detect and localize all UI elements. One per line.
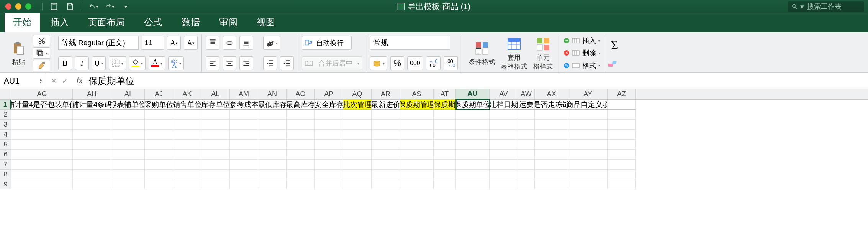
- cell-AP3[interactable]: [315, 120, 343, 130]
- column-header-AM[interactable]: AM: [230, 89, 258, 99]
- cell-AY8[interactable]: [568, 170, 608, 179]
- cell-AS9[interactable]: [400, 179, 434, 189]
- cell-AP9[interactable]: [315, 179, 343, 189]
- cell-AU2[interactable]: [456, 110, 490, 120]
- cell-AT7[interactable]: [434, 160, 456, 170]
- cancel-formula-icon[interactable]: ×: [51, 76, 56, 86]
- cell-AM9[interactable]: [230, 179, 258, 189]
- row-header-4[interactable]: 4: [0, 130, 11, 140]
- cell-AU6[interactable]: [456, 150, 490, 160]
- undo-icon[interactable]: ▾: [89, 2, 98, 11]
- close-window-button[interactable]: [5, 3, 11, 10]
- align-bottom-button[interactable]: [239, 36, 253, 50]
- cell-AK3[interactable]: [173, 120, 201, 130]
- cell-AT8[interactable]: [434, 170, 456, 179]
- cell-AM4[interactable]: [230, 130, 258, 140]
- merge-center-button[interactable]: 合并后居中: [302, 56, 362, 70]
- cell-AT4[interactable]: [434, 130, 456, 140]
- tab-页面布局[interactable]: 页面布局: [80, 12, 133, 32]
- cell-AS1[interactable]: 保质期管理: [400, 100, 434, 110]
- format-as-table-button[interactable]: 套用 表格格式: [498, 34, 530, 72]
- cell-AO6[interactable]: [287, 150, 315, 160]
- cell-AK6[interactable]: [173, 150, 201, 160]
- font-size-select[interactable]: [142, 36, 164, 50]
- cell-AW8[interactable]: [518, 170, 535, 179]
- cell-styles-button[interactable]: 单元 格样式: [530, 34, 556, 72]
- cell-AM3[interactable]: [230, 120, 258, 130]
- autosave-icon[interactable]: [49, 2, 59, 11]
- cell-AU3[interactable]: [456, 120, 490, 130]
- underline-button[interactable]: U: [92, 56, 106, 70]
- column-header-AK[interactable]: AK: [173, 89, 201, 99]
- tab-审阅[interactable]: 审阅: [211, 12, 246, 32]
- cell-AJ8[interactable]: [145, 170, 173, 179]
- cell-AW1[interactable]: 运费: [518, 100, 535, 110]
- column-header-AL[interactable]: AL: [201, 89, 230, 99]
- redo-icon[interactable]: ▾: [105, 2, 114, 11]
- cell-AN7[interactable]: [258, 160, 287, 170]
- column-header-AS[interactable]: AS: [400, 89, 434, 99]
- cell-AH8[interactable]: [73, 170, 111, 179]
- row-header-9[interactable]: 9: [0, 179, 11, 189]
- column-header-AH[interactable]: AH: [73, 89, 111, 99]
- cell-AG7[interactable]: [11, 160, 73, 170]
- align-right-button[interactable]: [239, 56, 253, 70]
- cell-AG9[interactable]: [11, 179, 73, 189]
- decrease-font-button[interactable]: A▾: [184, 36, 198, 50]
- cell-AV9[interactable]: [490, 179, 518, 189]
- cell-AO8[interactable]: [287, 170, 315, 179]
- format-painter-button[interactable]: [33, 60, 50, 71]
- cell-AQ9[interactable]: [343, 179, 372, 189]
- column-header-AU[interactable]: AU: [456, 89, 490, 100]
- cell-AY2[interactable]: [568, 110, 608, 120]
- column-header-AX[interactable]: AX: [535, 89, 568, 99]
- cell-AL5[interactable]: [201, 140, 230, 150]
- cell-AH5[interactable]: [73, 140, 111, 150]
- cell-AK7[interactable]: [173, 160, 201, 170]
- orientation-button[interactable]: ab: [263, 36, 280, 50]
- cell-AU4[interactable]: [456, 130, 490, 140]
- cell-AJ3[interactable]: [145, 120, 173, 130]
- cell-AI8[interactable]: [111, 170, 145, 179]
- cell-AU7[interactable]: [456, 160, 490, 170]
- cell-AI4[interactable]: [111, 130, 145, 140]
- cell-AP7[interactable]: [315, 160, 343, 170]
- cell-AG2[interactable]: [11, 110, 73, 120]
- cell-AV7[interactable]: [490, 160, 518, 170]
- cell-AI3[interactable]: [111, 120, 145, 130]
- column-header-AV[interactable]: AV: [490, 89, 518, 99]
- cell-AI9[interactable]: [111, 179, 145, 189]
- conditional-formatting-button[interactable]: 条件格式: [466, 38, 498, 68]
- cell-AI2[interactable]: [111, 110, 145, 120]
- clear-button[interactable]: [608, 59, 621, 68]
- increase-decimal-button[interactable]: ←.0.00: [426, 56, 441, 70]
- column-header-AN[interactable]: AN: [258, 89, 287, 99]
- cell-AH2[interactable]: [73, 110, 111, 120]
- cell-AR3[interactable]: [372, 120, 400, 130]
- cell-AG8[interactable]: [11, 170, 73, 179]
- cell-AN9[interactable]: [258, 179, 287, 189]
- cell-AR1[interactable]: 最新进价: [372, 100, 400, 110]
- cell-AW7[interactable]: [518, 160, 535, 170]
- cell-AQ5[interactable]: [343, 140, 372, 150]
- cell-AV5[interactable]: [490, 140, 518, 150]
- insert-cells-button[interactable]: +插入▾: [564, 36, 600, 45]
- borders-button[interactable]: [109, 56, 126, 70]
- cell-AH1[interactable]: 辅计量4条码: [73, 100, 111, 110]
- autosum-button[interactable]: Σ: [608, 38, 621, 53]
- cell-AJ5[interactable]: [145, 140, 173, 150]
- cell-AM7[interactable]: [230, 160, 258, 170]
- cell-AN5[interactable]: [258, 140, 287, 150]
- cell-AV2[interactable]: [490, 110, 518, 120]
- cell-AV8[interactable]: [490, 170, 518, 179]
- cell-AO1[interactable]: 最高库存: [287, 100, 315, 110]
- cell-AO3[interactable]: [287, 120, 315, 130]
- cell-AZ6[interactable]: [608, 150, 636, 160]
- cell-AJ7[interactable]: [145, 160, 173, 170]
- copy-button[interactable]: [33, 47, 50, 59]
- cell-AP5[interactable]: [315, 140, 343, 150]
- cell-AL7[interactable]: [201, 160, 230, 170]
- cell-AH9[interactable]: [73, 179, 111, 189]
- cut-button[interactable]: [33, 35, 50, 46]
- cell-AZ9[interactable]: [608, 179, 636, 189]
